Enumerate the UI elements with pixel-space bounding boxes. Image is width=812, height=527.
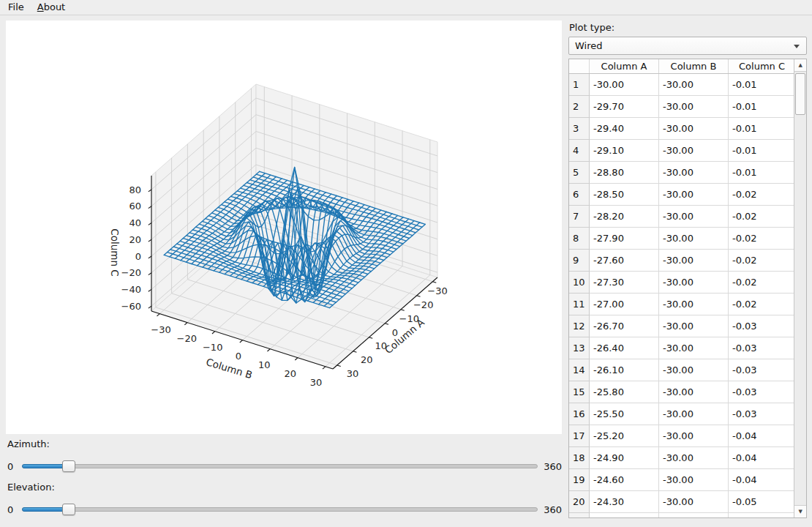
table-cell[interactable]: -30.00: [659, 447, 729, 469]
table-cell[interactable]: -30.00: [659, 469, 729, 491]
table-cell[interactable]: -0.01: [729, 140, 794, 162]
row-number[interactable]: 8: [569, 228, 590, 250]
scroll-up-icon[interactable]: ▲: [794, 59, 806, 72]
table-cell[interactable]: -0.04: [729, 469, 794, 491]
row-number[interactable]: 5: [569, 162, 590, 184]
table-cell[interactable]: -30.00: [659, 272, 729, 294]
row-number[interactable]: 9: [569, 250, 590, 272]
table-cell[interactable]: -30.00: [659, 96, 729, 118]
plot-canvas[interactable]: −30−20−1001020303020100−10−20−30−60−40−2…: [6, 20, 562, 434]
table-cell[interactable]: -0.03: [729, 359, 794, 381]
row-number[interactable]: 3: [569, 118, 590, 140]
table-cell[interactable]: -0.02: [729, 250, 794, 272]
scrollbar-thumb[interactable]: [795, 73, 805, 115]
table-cell[interactable]: -25.20: [590, 425, 659, 447]
table-cell[interactable]: -30.00: [659, 162, 729, 184]
table-cell[interactable]: -0.02: [729, 294, 794, 315]
row-number[interactable]: 10: [569, 272, 590, 294]
table-cell[interactable]: -30.00: [659, 228, 729, 250]
table-cell[interactable]: -29.10: [590, 140, 659, 162]
azimuth-slider-handle[interactable]: [62, 460, 75, 472]
azimuth-slider-track[interactable]: [22, 460, 538, 473]
row-number[interactable]: 17: [569, 425, 590, 447]
row-number[interactable]: 13: [569, 337, 590, 359]
row-number[interactable]: 11: [569, 294, 590, 315]
3d-wireframe-plot[interactable]: −30−20−1001020303020100−10−20−30−60−40−2…: [6, 20, 562, 434]
column-b-header[interactable]: Column B: [659, 59, 729, 73]
table-cell[interactable]: -30.00: [659, 403, 729, 425]
row-number[interactable]: 15: [569, 381, 590, 403]
table-cell[interactable]: -30.00: [659, 250, 729, 272]
row-number[interactable]: 6: [569, 184, 590, 206]
row-number[interactable]: 18: [569, 447, 590, 469]
elevation-slider-handle[interactable]: [62, 504, 75, 515]
menu-item-about[interactable]: About: [31, 0, 72, 15]
table-cell[interactable]: -0.04: [729, 447, 794, 469]
table-cell[interactable]: [590, 513, 659, 517]
table-cell[interactable]: -0.02: [729, 228, 794, 250]
table-cell[interactable]: -30.00: [659, 294, 729, 315]
scroll-down-icon[interactable]: ▼: [794, 505, 806, 517]
row-number[interactable]: 7: [569, 206, 590, 228]
table-cell[interactable]: -28.20: [590, 206, 659, 228]
table-cell[interactable]: -29.70: [590, 96, 659, 118]
table-cell[interactable]: -30.00: [659, 184, 729, 206]
table-cell[interactable]: -27.00: [590, 294, 659, 315]
table-cell[interactable]: -27.60: [590, 250, 659, 272]
table-cell[interactable]: -0.03: [729, 403, 794, 425]
table-cell[interactable]: -0.03: [729, 337, 794, 359]
table-cell[interactable]: -25.50: [590, 403, 659, 425]
table-cell[interactable]: [729, 513, 794, 517]
table-cell[interactable]: -30.00: [590, 74, 659, 96]
corner-header-cell[interactable]: [569, 59, 590, 73]
table-cell[interactable]: -0.03: [729, 315, 794, 337]
column-c-header[interactable]: Column C: [729, 59, 794, 73]
table-cell[interactable]: -24.90: [590, 447, 659, 469]
table-cell[interactable]: -30.00: [659, 140, 729, 162]
table-cell[interactable]: -29.40: [590, 118, 659, 140]
table-cell[interactable]: -0.03: [729, 381, 794, 403]
row-number[interactable]: 14: [569, 359, 590, 381]
table-cell[interactable]: [659, 513, 729, 517]
row-number[interactable]: 16: [569, 403, 590, 425]
table-cell[interactable]: [569, 513, 590, 517]
table-cell[interactable]: -30.00: [659, 337, 729, 359]
menu-item-file[interactable]: File: [1, 0, 31, 15]
table-cell[interactable]: -0.01: [729, 74, 794, 96]
table-cell[interactable]: -26.40: [590, 337, 659, 359]
column-a-header[interactable]: Column A: [590, 59, 659, 73]
table-cell[interactable]: -0.02: [729, 184, 794, 206]
table-cell[interactable]: -0.02: [729, 206, 794, 228]
table-cell[interactable]: -24.60: [590, 469, 659, 491]
table-cell[interactable]: -30.00: [659, 491, 729, 513]
table-cell[interactable]: -30.00: [659, 118, 729, 140]
table-scrollbar[interactable]: ▲ ▼: [794, 59, 806, 517]
table-cell[interactable]: -30.00: [659, 425, 729, 447]
elevation-slider-track[interactable]: [22, 503, 538, 516]
table-cell[interactable]: -30.00: [659, 315, 729, 337]
table-cell[interactable]: -30.00: [659, 206, 729, 228]
table-cell[interactable]: -0.01: [729, 118, 794, 140]
table-cell[interactable]: -27.90: [590, 228, 659, 250]
plot-type-combobox[interactable]: Wired: [568, 37, 807, 55]
table-cell[interactable]: -0.02: [729, 272, 794, 294]
table-cell[interactable]: -0.01: [729, 162, 794, 184]
table-cell[interactable]: -0.05: [729, 491, 794, 513]
table-cell[interactable]: -27.30: [590, 272, 659, 294]
table-cell[interactable]: -28.80: [590, 162, 659, 184]
table-cell[interactable]: -30.00: [659, 381, 729, 403]
table-cell[interactable]: -30.00: [659, 359, 729, 381]
table-cell[interactable]: -25.80: [590, 381, 659, 403]
row-number[interactable]: 19: [569, 469, 590, 491]
table-cell[interactable]: -0.01: [729, 96, 794, 118]
table-cell[interactable]: -0.04: [729, 425, 794, 447]
table-cell[interactable]: -30.00: [659, 74, 729, 96]
table-cell[interactable]: -28.50: [590, 184, 659, 206]
table-cell[interactable]: -26.10: [590, 359, 659, 381]
table-cell[interactable]: -24.30: [590, 491, 659, 513]
row-number[interactable]: 2: [569, 96, 590, 118]
row-number[interactable]: 4: [569, 140, 590, 162]
table-cell[interactable]: -26.70: [590, 315, 659, 337]
row-number[interactable]: 12: [569, 315, 590, 337]
row-number[interactable]: 20: [569, 491, 590, 513]
